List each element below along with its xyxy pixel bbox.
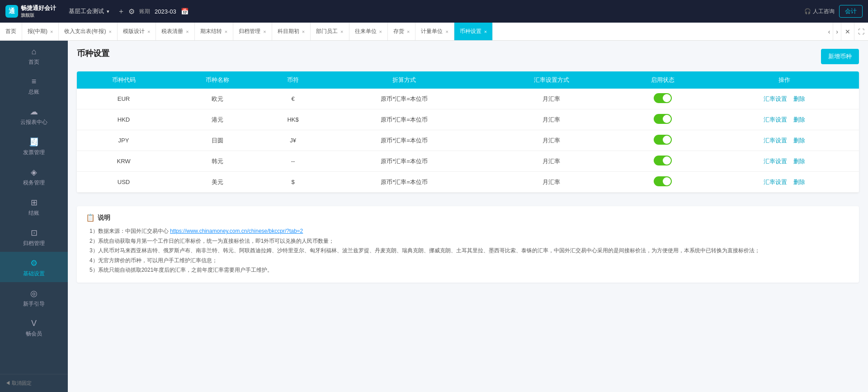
tab-close-icon[interactable]: × [186, 29, 189, 34]
cell-name: 韩元 [170, 151, 264, 172]
tab---[interactable]: 首页 [0, 23, 22, 40]
rate-setting-link[interactable]: 汇率设置 [764, 95, 787, 102]
sidebar-label-guide: 新手引导 [23, 300, 45, 308]
tab---[interactable]: 存货× [388, 23, 415, 40]
tab-close-icon[interactable]: × [108, 29, 111, 34]
tab-close-icon[interactable]: × [147, 29, 150, 34]
cell-enabled [616, 172, 710, 193]
enable-toggle[interactable] [654, 156, 672, 165]
tab-----[interactable]: 税表清册× [156, 23, 194, 40]
notice-item: 4）无官方牌价的币种，可以用户手工维护汇率信息； [90, 256, 850, 266]
sidebar-item-archive[interactable]: ⊡ 归档管理 [0, 222, 68, 252]
cell-actions: 汇率设置 删除 [710, 130, 859, 151]
workspace-selector[interactable]: 基层工会测试 ▾ [69, 7, 109, 15]
enable-toggle[interactable] [654, 114, 672, 124]
sidebar-item-ledger[interactable]: ≡ 总账 [0, 71, 68, 100]
tab-close-icon[interactable]: × [340, 29, 343, 34]
notice-link[interactable]: https://www.chinamoney.com.cn/chinese/bk… [170, 228, 303, 234]
tab-close-icon[interactable]: × [263, 29, 266, 34]
tab-----[interactable]: 模版设计× [118, 23, 156, 40]
tab-expand-icon[interactable]: ⛶ [854, 23, 868, 40]
currency-table: 币种代码币种名称币符折算方式汇率设置方式启用状态操作 EUR欧元€原币*汇率=本… [77, 71, 859, 193]
sidebar-pin-toggle[interactable]: ◀ 取消固定 [0, 374, 68, 392]
tab-close-all-icon[interactable]: ✕ [841, 23, 854, 40]
sidebar-label-member: 畅会员 [26, 330, 42, 338]
cell-calc-method: 原币*汇率=本位币 [322, 151, 486, 172]
sidebar-label-checkout: 结账 [28, 209, 39, 217]
delete-link[interactable]: 删除 [793, 116, 805, 123]
sidebar-item-invoice[interactable]: 🧾 发票管理 [0, 131, 68, 161]
tab-close-icon[interactable]: × [484, 29, 487, 34]
help-button[interactable]: 🎧 人工咨询 [804, 8, 835, 15]
tab-close-icon[interactable]: × [407, 29, 410, 34]
tab-close-icon[interactable]: × [379, 29, 382, 34]
period-value: 2023-03 [155, 8, 176, 15]
delete-link[interactable]: 删除 [793, 179, 805, 185]
sidebar-icon-ledger: ≡ [32, 77, 37, 86]
tab-close-icon[interactable]: × [302, 29, 305, 34]
cell-calc-method: 原币*汇率=本位币 [322, 89, 486, 109]
enable-toggle[interactable] [654, 93, 672, 103]
cell-enabled [616, 151, 710, 172]
cell-name: 港元 [170, 109, 264, 130]
enable-toggle[interactable] [654, 135, 672, 145]
cell-rate-method: 月汇率 [486, 109, 616, 130]
delete-link[interactable]: 删除 [793, 137, 805, 144]
sidebar-item-member[interactable]: V 畅会员 [0, 312, 68, 342]
tab-prev-icon[interactable]: ‹ [826, 23, 834, 40]
rate-setting-link[interactable]: 汇率设置 [764, 116, 787, 123]
tab-----[interactable]: 科目期初× [272, 23, 311, 40]
tab-----[interactable]: 归档管理× [233, 23, 272, 40]
tab-----[interactable]: 往来单位× [349, 23, 388, 40]
new-currency-button[interactable]: 新增币种 [821, 49, 859, 64]
tab-----[interactable]: 币种设置× [454, 23, 493, 40]
sidebar-icon-home: ⌂ [32, 47, 37, 57]
tab-close-icon[interactable]: × [50, 29, 53, 34]
sidebar-item-home[interactable]: ⌂ 首页 [0, 41, 68, 71]
cell-name: 日圆 [170, 130, 264, 151]
sidebar-item-checkout[interactable]: ⊞ 结账 [0, 191, 68, 222]
tab-----[interactable]: 部门员工× [311, 23, 349, 40]
logo-area: 通 畅捷通好会计 旗舰版 [5, 4, 64, 19]
tab-close-icon[interactable]: × [445, 29, 448, 34]
tab-next-icon[interactable]: › [833, 23, 841, 40]
sidebar-item-tax[interactable]: ◈ 税务管理 [0, 161, 68, 191]
tab------[interactable]: 报(中期)× [22, 23, 59, 40]
add-icon[interactable]: ＋ [118, 7, 125, 16]
sidebar-label-archive: 归档管理 [23, 240, 45, 247]
sidebar-icon-archive: ⊡ [31, 228, 38, 238]
cell-code: HKD [77, 109, 170, 130]
app-name: 畅捷通好会计 [21, 4, 56, 12]
cell-code: EUR [77, 89, 170, 109]
rate-setting-link[interactable]: 汇率设置 [764, 179, 787, 185]
tab-close-icon[interactable]: × [225, 29, 227, 34]
settings-icon[interactable]: ⚙ [128, 7, 135, 16]
cell-actions: 汇率设置 删除 [710, 151, 859, 172]
col-header: 汇率设置方式 [486, 71, 616, 89]
cell-code: USD [77, 172, 170, 193]
tab----------[interactable]: 收入支出表(年报)× [59, 23, 117, 40]
rate-setting-link[interactable]: 汇率设置 [764, 137, 787, 144]
col-header: 启用状态 [616, 71, 710, 89]
enable-toggle[interactable] [654, 176, 672, 186]
col-header: 币种代码 [77, 71, 170, 89]
tab-----[interactable]: 计量单位× [415, 23, 454, 40]
chevron-down-icon: ▾ [107, 9, 109, 14]
tab-----[interactable]: 期末结转× [195, 23, 233, 40]
sidebar-pin-label: ◀ 取消固定 [5, 380, 32, 387]
sidebar-icon-invoice: 🧾 [29, 137, 39, 147]
account-button[interactable]: 会计 [839, 5, 863, 18]
rate-setting-link[interactable]: 汇率设置 [764, 158, 787, 165]
delete-link[interactable]: 删除 [793, 95, 805, 102]
delete-link[interactable]: 删除 [793, 158, 805, 165]
sidebar-icon-checkout: ⊞ [31, 198, 38, 208]
notice-list: 1）数据来源：中国外汇交易中心 https://www.chinamoney.c… [86, 227, 850, 275]
sidebar-item-reports[interactable]: ☁ 云报表中心 [0, 100, 68, 131]
sidebar-icon-settings: ⚙ [30, 258, 38, 268]
tabs-container: 首页报(中期)×收入支出表(年报)×模版设计×税表清册×期末结转×归档管理×科目… [0, 23, 826, 40]
calendar-icon[interactable]: 📅 [181, 8, 189, 15]
cell-code: JPY [77, 130, 170, 151]
sidebar-item-guide[interactable]: ◎ 新手引导 [0, 282, 68, 312]
sidebar-item-settings[interactable]: ⚙ 基础设置 [0, 252, 68, 282]
app-sub: 旗舰版 [21, 12, 56, 19]
